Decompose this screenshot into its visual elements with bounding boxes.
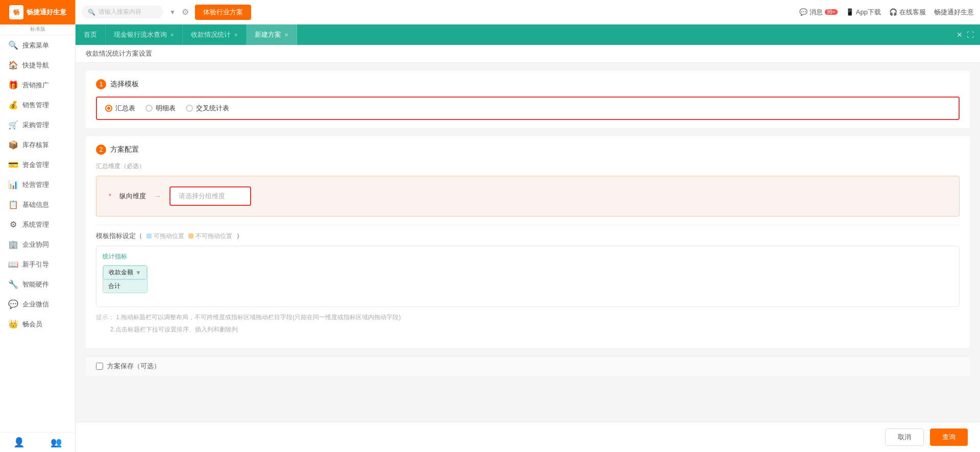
tab-label-cash-flow: 现金银行流水查询 xyxy=(114,30,167,39)
metrics-tag-amount-label: 收款金额 xyxy=(109,268,133,277)
sidebar-item-purchase[interactable]: 🛒采购管理 xyxy=(0,115,75,135)
quick-nav-icon: 🏠 xyxy=(8,60,18,70)
sidebar-item-system[interactable]: ⚙系统管理 xyxy=(0,215,75,234)
tab-label-home: 首页 xyxy=(84,30,97,39)
message-icon: 💬 xyxy=(799,8,807,16)
radio-cross-label: 交叉统计表 xyxy=(196,104,229,113)
sidebar-label-hardware: 智能硬件 xyxy=(22,280,49,289)
sidebar-item-quick-nav[interactable]: 🏠快捷导航 xyxy=(0,55,75,75)
dimension-area: * 纵向维度 → 请选择分组维度 xyxy=(96,176,960,217)
cancel-button[interactable]: 取消 xyxy=(885,429,924,446)
step1-title: 选择模板 xyxy=(110,80,139,89)
sidebar-item-inventory[interactable]: 📦库存核算 xyxy=(0,135,75,155)
tips-item1: 1.拖动标题栏可以调整布局，不可跨维度或指标区域拖动栏目字段(只能在同一维度或指… xyxy=(116,314,401,321)
logo-icon: 畅 xyxy=(9,5,23,19)
radio-summary-label: 汇总表 xyxy=(115,104,135,113)
step1-card: 1 选择模板 汇总表 明细表 xyxy=(86,71,970,128)
query-button[interactable]: 查询 xyxy=(930,429,968,446)
close-window-icon[interactable]: ✕ xyxy=(957,31,963,39)
dim-select-box[interactable]: 请选择分组维度 xyxy=(169,186,251,206)
sidebar-item-fund[interactable]: 💳资金管理 xyxy=(0,155,75,175)
hardware-icon: 🔧 xyxy=(8,279,18,289)
radio-detail-circle xyxy=(145,105,153,112)
metrics-label: 模板指标设定（ xyxy=(96,231,142,241)
sidebar-bottom-item2[interactable]: 👥 xyxy=(51,437,62,448)
sidebar-item-sales[interactable]: 💰销售管理 xyxy=(0,95,75,115)
sidebar-bottom-item1[interactable]: 👤 xyxy=(13,437,24,448)
radio-cross-circle xyxy=(186,105,193,112)
radio-group: 汇总表 明细表 交叉统计表 xyxy=(105,104,229,113)
metrics-category-label: 统计指标 xyxy=(103,252,953,261)
gear-icon[interactable]: ⚙ xyxy=(182,7,189,17)
save-checkbox[interactable] xyxy=(96,363,103,370)
edition-label: 标准版 xyxy=(0,25,75,35)
draggable-label: 可拖动位置 xyxy=(154,232,184,241)
radio-summary-circle xyxy=(105,105,112,112)
sidebar-label-wechat: 企业微信 xyxy=(22,300,49,309)
sidebar-bottom: 👤 👥 xyxy=(0,432,75,452)
marketing-icon: 🎁 xyxy=(8,80,18,90)
radio-summary[interactable]: 汇总表 xyxy=(105,104,135,113)
tab-new-plan[interactable]: 新建方案 ✕ xyxy=(247,25,297,45)
tab-actions: ✕ ⛶ xyxy=(950,25,980,45)
sidebar-label-quick-nav: 快捷导航 xyxy=(22,61,49,70)
message-button[interactable]: 💬 消息 99+ xyxy=(799,8,838,17)
sidebar-label-purchase: 采购管理 xyxy=(22,121,49,130)
main-area: 🔍 请输入搜索内容 ▼ ⚙ 体验行业方案 💬 消息 99+ 📱 App下载 🎧 … xyxy=(76,0,980,452)
tab-close-receipt-stats[interactable]: ✕ xyxy=(234,32,238,38)
metrics-tag-arrow-icon: ▼ xyxy=(135,269,141,276)
sidebar-label-fund: 资金管理 xyxy=(22,160,49,170)
metrics-close-paren: ） xyxy=(236,231,243,241)
sidebar-label-marketing: 营销推广 xyxy=(22,81,49,90)
sidebar-item-wechat[interactable]: 💬企业微信 xyxy=(0,294,75,314)
system-icon: ⚙ xyxy=(8,220,18,229)
user-icon: 👤 xyxy=(13,437,24,448)
metrics-area: 统计指标 收款金额 ▼ 合计 xyxy=(96,246,960,307)
sidebar-item-hardware[interactable]: 🔧智能硬件 xyxy=(0,274,75,294)
sidebar-item-guide[interactable]: 📖新手引导 xyxy=(0,254,75,274)
sidebar-item-enterprise[interactable]: 🏢企业协同 xyxy=(0,234,75,254)
topbar-dropdown[interactable]: ▼ xyxy=(169,9,176,16)
tab-label-new-plan: 新建方案 xyxy=(255,30,281,39)
tab-home[interactable]: 首页 xyxy=(76,25,106,45)
operation-icon: 📊 xyxy=(8,180,18,189)
service-label: 在线客服 xyxy=(899,8,926,17)
sidebar-label-guide: 新手引导 xyxy=(22,260,49,269)
purchase-icon: 🛒 xyxy=(8,120,18,130)
content-area: 收款情况统计方案设置 1 选择模板 汇总表 xyxy=(76,45,980,452)
sidebar-item-operation[interactable]: 📊经营管理 xyxy=(0,175,75,195)
maximize-icon[interactable]: ⛶ xyxy=(967,31,974,39)
sidebar-item-base-info[interactable]: 📋基础信息 xyxy=(0,195,75,215)
metrics-tag-subtotal: 合计 xyxy=(103,279,147,293)
radio-detail[interactable]: 明细表 xyxy=(145,104,176,113)
step2-title: 方案配置 xyxy=(110,145,139,154)
tab-cash-flow[interactable]: 现金银行流水查询 ✕ xyxy=(106,25,183,45)
template-options: 汇总表 明细表 交叉统计表 xyxy=(96,97,960,120)
save-row: 方案保存（可选） xyxy=(86,356,970,376)
inventory-icon: 📦 xyxy=(8,140,18,150)
step1-num: 1 xyxy=(96,79,106,89)
search-placeholder: 请输入搜索内容 xyxy=(99,8,141,16)
metrics-tag-amount[interactable]: 收款金额 ▼ xyxy=(103,266,147,279)
sidebar: 畅 畅捷通好生意 标准版 🔍搜索菜单🏠快捷导航🎁营销推广💰销售管理🛒采购管理📦库… xyxy=(0,0,76,452)
tab-receipt-stats[interactable]: 收款情况统计 ✕ xyxy=(183,25,247,45)
sidebar-item-search-menu[interactable]: 🔍搜索菜单 xyxy=(0,35,75,55)
download-label: App下载 xyxy=(856,8,881,17)
fixed-dot xyxy=(188,233,193,239)
trial-button[interactable]: 体验行业方案 xyxy=(195,5,251,20)
service-button[interactable]: 🎧 在线客服 xyxy=(889,8,926,17)
users-icon: 👥 xyxy=(51,437,62,448)
topbar-right: 💬 消息 99+ 📱 App下载 🎧 在线客服 畅捷通好生意 xyxy=(799,8,974,17)
app-logo: 畅 畅捷通好生意 xyxy=(0,0,75,25)
radio-cross[interactable]: 交叉统计表 xyxy=(186,104,229,113)
metrics-header: 模板指标设定（ 可拖动位置 不可拖动位置 ） xyxy=(96,231,960,241)
sidebar-item-member[interactable]: 👑畅会员 xyxy=(0,314,75,334)
sidebar-item-marketing[interactable]: 🎁营销推广 xyxy=(0,75,75,95)
tab-close-cash-flow[interactable]: ✕ xyxy=(170,32,174,38)
sidebar-label-operation: 经营管理 xyxy=(22,180,49,189)
tab-close-new-plan[interactable]: ✕ xyxy=(284,32,288,38)
sales-icon: 💰 xyxy=(8,100,18,110)
topbar-search[interactable]: 🔍 请输入搜索内容 xyxy=(82,6,163,18)
draggable-dot xyxy=(146,233,152,239)
download-button[interactable]: 📱 App下载 xyxy=(846,8,881,17)
